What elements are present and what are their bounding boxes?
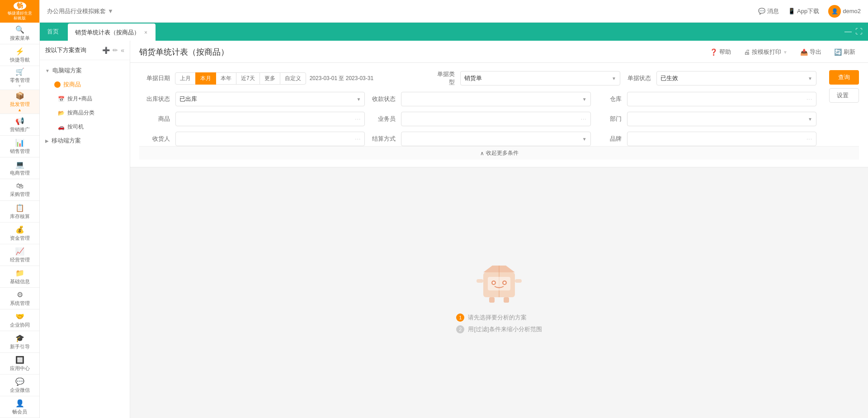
collect-status-control[interactable]: ▼ — [401, 92, 590, 106]
empty-state: 1 请先选择要分析的方案 2 用[过滤]条件来缩小分析范围 — [130, 167, 868, 418]
sidebar-item-finance[interactable]: 💰 资金管理 — [0, 223, 39, 244]
sidebar-item-marketing[interactable]: 📢 营销推广 — [0, 114, 39, 136]
topbar-user-btn[interactable]: 👤 demo2 — [828, 5, 861, 18]
date-tab-7days[interactable]: 近7天 — [236, 72, 260, 85]
tree-group-mobile[interactable]: ▶ 移动端方案 — [40, 134, 130, 147]
sidebar: 畅 畅捷通好生意标账版 🔍 搜索菜单 ⚡ 快捷导航 🛒 零售管理 ▼ 📦 批发管… — [0, 0, 40, 418]
salesperson-control[interactable]: ··· — [401, 112, 590, 126]
date-tab-more[interactable]: 更多 — [259, 72, 280, 85]
out-status-arrow-icon: ▼ — [356, 97, 361, 102]
settlement-label: 结算方式 — [365, 135, 401, 143]
sidebar-item-wechat[interactable]: 💬 企业微信 — [0, 375, 39, 396]
warehouse-label: 仓库 — [591, 95, 627, 103]
wechat-icon: 💬 — [15, 377, 24, 386]
refresh-btn[interactable]: 🔄 刷新 — [830, 46, 859, 58]
sidebar-item-search[interactable]: 🔍 搜索菜单 — [0, 23, 39, 44]
panel-header-icons: ➕ ✏ « — [102, 47, 124, 54]
tab-active[interactable]: 销货单统计表（按商品） × — [68, 24, 156, 42]
panel-header-label: 按以下方案查询 — [45, 46, 86, 54]
svg-rect-9 — [476, 279, 483, 283]
out-status-control[interactable]: 已出库 ▼ — [175, 92, 365, 106]
inventory-icon: 📋 — [15, 204, 24, 212]
product-control[interactable]: ··· — [175, 112, 365, 126]
tab-home[interactable]: 首页 — [40, 23, 66, 41]
add-scheme-btn[interactable]: ➕ — [102, 47, 110, 54]
logo-icon: 畅 — [14, 2, 26, 10]
collapse-row[interactable]: ∧ 收起更多条件 — [139, 146, 859, 160]
collapse-up-icon: ∧ — [480, 150, 484, 157]
sidebar-item-appcenter[interactable]: 🔲 应用中心 — [0, 353, 39, 375]
date-group: 上月 本月 本年 近7天 更多 自定义 2023-03-01 至 2023-03… — [175, 72, 429, 85]
empty-tip-1: 1 请先选择要分析的方案 — [456, 314, 542, 322]
retail-arrow: ▼ — [18, 84, 22, 88]
content-wrapper: 按以下方案查询 ➕ ✏ « ▼ 电脑端方案 按商品 📅 — [40, 41, 868, 418]
sidebar-item-retail[interactable]: 🛒 零售管理 ▼ — [0, 66, 39, 90]
guide-icon: 🎓 — [15, 334, 24, 342]
product-dots-icon: ··· — [355, 116, 361, 122]
tab-expand-btn[interactable]: ⛶ — [855, 28, 863, 36]
sidebar-item-guide[interactable]: 🎓 新手引导 — [0, 331, 39, 353]
product-category-icon: 📂 — [58, 110, 65, 116]
date-tab-custom[interactable]: 自定义 — [280, 72, 306, 85]
collect-status-label: 收款状态 — [365, 95, 401, 103]
set-button[interactable]: 设置 — [829, 88, 859, 103]
dept-arrow-icon: ▼ — [808, 117, 812, 122]
tree-item-by-product-category[interactable]: 📂 按商品分类 — [40, 106, 130, 120]
logo-char: 畅 — [17, 2, 23, 10]
search-icon: 🔍 — [15, 25, 24, 34]
sidebar-item-wholesale[interactable]: 📦 批发管理 ▲ — [0, 90, 39, 114]
topbar-appdownload-btn[interactable]: 📱 App下载 — [788, 7, 819, 15]
topbar-message-btn[interactable]: 💬 消息 — [758, 7, 779, 15]
sidebar-item-sales[interactable]: 📊 销售管理 — [0, 136, 39, 157]
edit-scheme-btn[interactable]: ✏ — [113, 47, 118, 54]
dept-control[interactable]: ▼ — [627, 112, 816, 126]
svg-point-5 — [493, 282, 495, 284]
doc-status-control[interactable]: 已生效 ▼ — [656, 71, 816, 86]
brand-control[interactable]: ··· — [627, 132, 816, 146]
topbar: 办公用品行业模拟账套 ▼ 💬 消息 📱 App下载 👤 demo2 — [40, 0, 868, 23]
collect-status-arrow-icon: ▼ — [582, 97, 587, 102]
date-tab-thisyear[interactable]: 本年 — [216, 72, 236, 85]
sidebar-item-member[interactable]: 👤 畅会员 — [0, 396, 39, 418]
settlement-control[interactable]: ▼ — [401, 132, 590, 146]
doc-type-arrow-icon: ▼ — [612, 76, 616, 81]
date-range: 2023-03-01 至 2023-03-31 — [310, 75, 373, 82]
operation-icon: 📈 — [15, 247, 24, 256]
sidebar-item-operation[interactable]: 📈 经营管理 — [0, 244, 39, 266]
tab-minimize-btn[interactable]: — — [844, 28, 852, 36]
date-tab-thismonth[interactable]: 本月 — [195, 72, 216, 85]
sidebar-item-system[interactable]: ⚙ 系统管理 — [0, 288, 39, 309]
warehouse-control[interactable]: ··· — [627, 92, 816, 106]
date-tabs: 上月 本月 本年 近7天 更多 自定义 — [175, 72, 306, 85]
help-btn[interactable]: ❓ 帮助 — [706, 46, 735, 58]
basic-icon: 📁 — [15, 269, 24, 277]
tab-bar-right: — ⛶ — [844, 28, 868, 36]
svg-rect-10 — [515, 279, 522, 283]
tree-item-by-month-product[interactable]: 📅 按月+商品 — [40, 92, 130, 106]
tree-group-desktop[interactable]: ▼ 电脑端方案 — [40, 64, 130, 77]
member-icon: 👤 — [15, 399, 24, 408]
date-tab-lastmonth[interactable]: 上月 — [175, 72, 196, 85]
topbar-dropdown-icon[interactable]: ▼ — [108, 8, 113, 14]
tab-close-btn[interactable]: × — [143, 29, 148, 36]
sidebar-item-ecom[interactable]: 💻 电商管理 — [0, 157, 39, 179]
receiver-control[interactable]: ··· — [175, 132, 365, 146]
print-dropdown-icon[interactable]: ▼ — [783, 50, 788, 55]
sidebar-item-inventory[interactable]: 📋 库存核算 — [0, 201, 39, 223]
query-button[interactable]: 查询 — [829, 70, 859, 85]
print-btn[interactable]: 🖨 按模板打印 ▼ — [740, 46, 791, 58]
tree-item-by-unit[interactable]: 🚗 按司机 — [40, 120, 130, 134]
sidebar-item-basic[interactable]: 📁 基础信息 — [0, 266, 39, 288]
sidebar-item-quick[interactable]: ⚡ 快捷导航 — [0, 44, 39, 66]
sidebar-item-enterprise[interactable]: 🤝 企业协同 — [0, 309, 39, 331]
tree-item-by-product[interactable]: 按商品 — [40, 77, 130, 92]
sidebar-item-purchase[interactable]: 🛍 采购管理 — [0, 179, 39, 201]
action-buttons: 查询 设置 — [829, 70, 859, 103]
logo-text: 畅捷通好生意标账版 — [8, 11, 32, 21]
out-status-label: 出库状态 — [139, 95, 175, 103]
message-icon: 💬 — [758, 8, 765, 14]
collapse-panel-btn[interactable]: « — [121, 47, 124, 54]
export-btn[interactable]: 📤 导出 — [797, 46, 825, 58]
download-icon: 📱 — [788, 8, 795, 14]
doc-type-control[interactable]: 销货单 ▼ — [460, 71, 620, 86]
